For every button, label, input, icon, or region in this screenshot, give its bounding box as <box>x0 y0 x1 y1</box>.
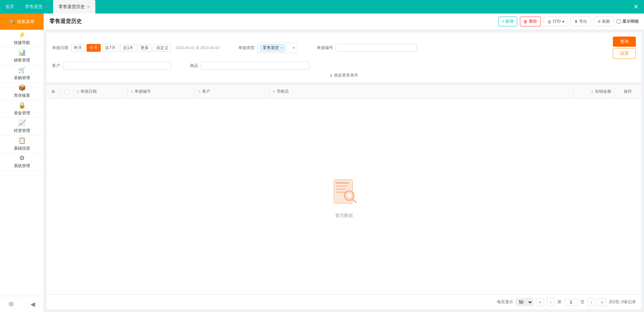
sidebar-item-inventory-label: 库存核算 <box>14 93 30 98</box>
date-btn-custom[interactable]: 自定义 <box>153 44 171 52</box>
th-guide: ⇅ 导购员 <box>270 85 574 98</box>
empty-illustration <box>327 175 361 208</box>
date-btn-yesterday[interactable]: 昨天 <box>71 44 85 52</box>
th-customer: ⇅ 客户 <box>195 85 270 98</box>
sidebar-item-finance[interactable]: 🔒 资金管理 <box>0 100 44 118</box>
delete-label: 删除 <box>529 19 537 24</box>
show-detail-label: 显示明细 <box>622 19 639 24</box>
doc-type-filter-group: 单据类型 零售退货 ✕ ▾ <box>238 43 298 53</box>
th-settings[interactable]: ⚙ <box>47 85 60 98</box>
prev-page-button[interactable]: ‹ <box>547 298 555 306</box>
th-date: ⇅ 单据日期 <box>74 85 128 98</box>
inventory-icon: 📦 <box>18 84 26 91</box>
doc-type-select[interactable]: 零售退货 ✕ ▾ <box>257 43 298 53</box>
date-label: 单据日期 <box>52 45 68 51</box>
date-range-display: 2023-06-02 至 2023-06-02 <box>175 45 219 50</box>
collapse-button[interactable]: ∧ 收起更多条件 <box>52 72 636 78</box>
customer-placeholder: ... <box>66 63 69 68</box>
export-button[interactable]: ⬆ 导出 <box>571 17 591 26</box>
tab-home-label: 首页 <box>5 4 14 10</box>
sidebar: 🔍 搜索菜单 ⚡ 快捷导航 📊 销售管理 🛒 采购管理 📦 库存核算 🔒 资金管… <box>0 14 44 312</box>
sidebar-bottom: ⚙ ◀ <box>0 296 44 312</box>
th-checkbox[interactable] <box>60 85 74 98</box>
sidebar-volume-icon[interactable]: ◀ <box>30 300 35 308</box>
show-detail-checkbox[interactable] <box>617 19 621 24</box>
top-bar: 首页 零售退货 ✕ 零售退货历史 ✕ ✕ <box>0 0 644 14</box>
customer-input[interactable]: ... <box>63 62 171 70</box>
sidebar-item-finance-label: 资金管理 <box>14 110 30 116</box>
refresh-button[interactable]: ↺ 刷新 <box>594 17 614 26</box>
filter-row-1: 单据日期 昨天 今天 近7天 近1月 更多 自定义 2023-06-02 至 2… <box>52 37 636 59</box>
empty-state: 暂无数据 <box>47 98 641 294</box>
empty-text: 暂无数据 <box>335 213 353 219</box>
filter-area: 单据日期 昨天 今天 近7天 近1月 更多 自定义 2023-06-02 至 2… <box>47 32 641 82</box>
per-page-select[interactable]: 50 100 200 <box>516 298 533 306</box>
doc-type-label: 单据类型 <box>238 45 255 51</box>
tab-retail-return-history-close[interactable]: ✕ <box>87 5 90 9</box>
sidebar-search[interactable]: 🔍 搜索菜单 <box>0 14 44 30</box>
content-area: 零售退货历史 + 新增 🗑 删除 🖨 打印 ▾ ⬆ 导出 ↺ <box>44 14 644 312</box>
tab-list: 首页 零售退货 ✕ 零售退货历史 ✕ <box>0 0 634 14</box>
sidebar-item-sys-mgmt[interactable]: ⚙ 系统管理 <box>0 153 44 171</box>
sidebar-item-ops-label: 经营管理 <box>14 128 30 134</box>
new-button[interactable]: + 新增 <box>498 17 517 26</box>
page-title: 零售退货历史 <box>49 18 498 25</box>
window-close-button[interactable]: ✕ <box>634 3 639 10</box>
tab-retail-return-label: 零售退货 <box>25 4 43 10</box>
main-layout: 🔍 搜索菜单 ⚡ 快捷导航 📊 销售管理 🛒 采购管理 📦 库存核算 🔒 资金管… <box>0 14 644 312</box>
sidebar-item-quick-nav[interactable]: ⚡ 快捷导航 <box>0 30 44 47</box>
doc-type-tag: 零售退货 ✕ <box>260 44 285 51</box>
purchase-mgmt-icon: 🛒 <box>18 66 26 74</box>
sidebar-search-label: 搜索菜单 <box>17 19 34 25</box>
goods-input[interactable]: ... <box>201 62 309 70</box>
doc-type-tag-remove[interactable]: ✕ <box>280 46 283 50</box>
th-amount: ⇅ 实销金额 <box>574 85 614 98</box>
first-page-button[interactable]: « <box>536 298 544 306</box>
settings-col-icon: ⚙ <box>51 89 55 94</box>
finance-icon: 🔒 <box>18 102 26 109</box>
show-detail-toggle[interactable]: 显示明细 <box>617 19 639 24</box>
goods-label: 商品 <box>190 63 198 69</box>
sidebar-item-purchase-mgmt[interactable]: 🛒 采购管理 <box>0 65 44 83</box>
query-settings-group: 查询 设置 <box>613 37 636 59</box>
th-guide-sort-icon[interactable]: ⇅ <box>272 90 275 93</box>
total-info: 共0页, 0条记录 <box>609 299 636 305</box>
th-num-label: 单据编号 <box>135 89 151 94</box>
th-amount-sort-icon[interactable]: ⇅ <box>591 90 594 93</box>
th-customer-label: 客户 <box>202 89 210 94</box>
doc-num-input[interactable] <box>336 44 417 52</box>
next-page-button[interactable]: › <box>587 298 595 306</box>
tab-retail-return-close[interactable]: ✕ <box>45 5 48 9</box>
tab-home[interactable]: 首页 <box>0 0 20 14</box>
sidebar-item-sys-label: 系统管理 <box>14 163 30 169</box>
svg-point-6 <box>346 193 352 199</box>
print-dropdown-icon: ▾ <box>562 19 564 24</box>
last-page-button[interactable]: » <box>598 298 606 306</box>
sidebar-item-purchase-label: 采购管理 <box>14 75 30 81</box>
header-checkbox[interactable] <box>65 89 69 94</box>
print-button[interactable]: 🖨 打印 ▾ <box>544 17 568 26</box>
th-date-sort-icon[interactable]: ⇅ <box>76 90 79 93</box>
query-button[interactable]: 查询 <box>613 37 636 47</box>
date-btn-more[interactable]: 更多 <box>138 44 152 52</box>
th-customer-sort-icon[interactable]: ⇅ <box>198 90 201 93</box>
th-num-sort-icon[interactable]: ⇅ <box>130 90 133 93</box>
date-btn-last7[interactable]: 近7天 <box>102 44 119 52</box>
sidebar-item-sales-mgmt[interactable]: 📊 销售管理 <box>0 47 44 65</box>
filter-row-2: 客户 ... 商品 ... <box>52 62 636 70</box>
date-btn-last1m[interactable]: 近1月 <box>120 44 137 52</box>
table-header: ⚙ ⇅ 单据日期 ⇅ 单据编号 ⇅ 客户 ⇅ <box>47 85 641 98</box>
page-number-input[interactable]: 1 <box>564 299 578 306</box>
date-buttons: 昨天 今天 近7天 近1月 更多 自定义 <box>71 44 171 52</box>
sidebar-item-ops[interactable]: 📈 经营管理 <box>0 118 44 135</box>
delete-button[interactable]: 🗑 删除 <box>520 17 541 26</box>
settings-button[interactable]: 设置 <box>613 48 636 59</box>
sales-mgmt-icon: 📊 <box>18 49 26 56</box>
basic-info-icon: 📋 <box>18 137 26 144</box>
tab-retail-return[interactable]: 零售退货 ✕ <box>20 0 53 14</box>
tab-retail-return-history[interactable]: 零售退货历史 ✕ <box>53 0 95 14</box>
sidebar-item-basic-info[interactable]: 📋 基础信息 <box>0 135 44 153</box>
date-btn-today[interactable]: 今天 <box>87 44 101 52</box>
sidebar-settings-icon[interactable]: ⚙ <box>8 300 14 308</box>
sidebar-item-inventory[interactable]: 📦 库存核算 <box>0 83 44 100</box>
